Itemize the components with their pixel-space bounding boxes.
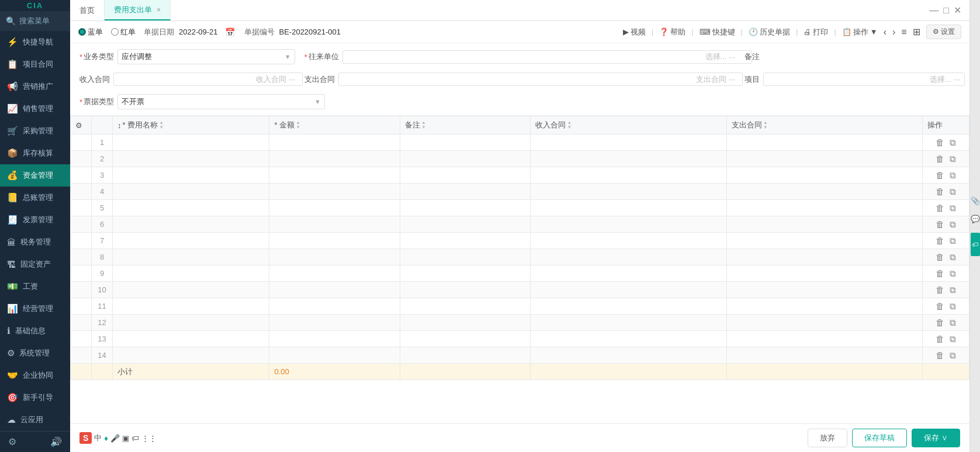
row-expense-name-cell[interactable] bbox=[113, 184, 269, 200]
row-delete-btn[interactable]: 🗑 bbox=[934, 137, 946, 147]
row-amount-cell[interactable] bbox=[269, 134, 400, 151]
row-delete-btn[interactable]: 🗑 bbox=[934, 350, 946, 360]
nav-left-btn[interactable]: ‹ bbox=[884, 27, 886, 37]
view-list-btn[interactable]: ≡ bbox=[901, 27, 906, 37]
view-grid-btn[interactable]: ⊞ bbox=[913, 26, 920, 37]
toolbar-ops-btn[interactable]: 📋 操作 ▼ bbox=[842, 27, 878, 37]
row-copy-btn[interactable]: ⧉ bbox=[948, 350, 958, 361]
th-remark[interactable]: 备注 ▲▼ bbox=[400, 116, 531, 134]
row-expense-name-cell[interactable] bbox=[113, 216, 269, 233]
row-delete-btn[interactable]: 🗑 bbox=[934, 187, 946, 196]
row-amount-cell[interactable] bbox=[269, 167, 400, 184]
row-delete-btn[interactable]: 🗑 bbox=[934, 154, 946, 164]
row-delete-btn[interactable]: 🗑 bbox=[934, 236, 946, 246]
row-amount-cell[interactable] bbox=[269, 282, 400, 298]
row-delete-btn[interactable]: 🗑 bbox=[934, 318, 946, 327]
row-amount-cell[interactable] bbox=[269, 216, 400, 233]
sidebar-item-project-contract[interactable]: 📋 项目合同 bbox=[0, 53, 70, 75]
row-copy-btn[interactable]: ⧉ bbox=[948, 219, 958, 230]
row-delete-btn[interactable]: 🗑 bbox=[934, 285, 946, 295]
sidebar-item-operations[interactable]: 📊 经营管理 bbox=[0, 298, 70, 320]
row-copy-btn[interactable]: ⧉ bbox=[948, 170, 958, 181]
sidebar-item-accounting[interactable]: 📒 总账管理 bbox=[0, 187, 70, 209]
nav-right-btn[interactable]: › bbox=[892, 27, 895, 37]
th-expense-name[interactable]: ↕ * 费用名称 ▲▼ bbox=[113, 116, 269, 134]
toolbar-print-btn[interactable]: 🖨 打印 bbox=[804, 27, 828, 37]
row-income-contract-cell[interactable] bbox=[531, 265, 726, 282]
row-expense-contract-cell[interactable] bbox=[726, 249, 922, 265]
row-delete-btn[interactable]: 🗑 bbox=[934, 301, 946, 311]
row-expense-name-cell[interactable] bbox=[113, 134, 269, 151]
row-income-contract-cell[interactable] bbox=[531, 216, 726, 233]
row-remark-cell[interactable] bbox=[400, 184, 531, 200]
row-copy-btn[interactable]: ⧉ bbox=[948, 285, 958, 295]
row-expense-contract-cell[interactable] bbox=[726, 233, 922, 249]
row-amount-cell[interactable] bbox=[269, 315, 400, 331]
window-close-btn[interactable]: ✕ bbox=[951, 5, 964, 16]
row-expense-contract-cell[interactable] bbox=[726, 282, 922, 298]
sidebar-search[interactable]: 🔍 搜索菜单 bbox=[0, 11, 70, 31]
draft-button[interactable]: 保存草稿 bbox=[852, 429, 907, 447]
row-delete-btn[interactable]: 🗑 bbox=[934, 334, 946, 344]
row-copy-btn[interactable]: ⧉ bbox=[948, 154, 958, 164]
toolbar-shortcuts-btn[interactable]: ⌨ 快捷键 bbox=[699, 27, 735, 37]
sidebar-item-marketing[interactable]: 📢 营销推广 bbox=[0, 75, 70, 98]
row-remark-cell[interactable] bbox=[400, 298, 531, 315]
row-copy-btn[interactable]: ⧉ bbox=[948, 203, 958, 213]
save-button[interactable]: 保存 ∨ bbox=[912, 429, 960, 447]
comment-icon[interactable]: 💬 bbox=[971, 215, 980, 223]
th-amount[interactable]: * 金额 ▲▼ bbox=[269, 116, 400, 134]
row-amount-cell[interactable] bbox=[269, 151, 400, 167]
ticket-type-select[interactable]: 不开票 ▼ bbox=[117, 94, 325, 109]
row-income-contract-cell[interactable] bbox=[531, 233, 726, 249]
row-expense-name-cell[interactable] bbox=[113, 347, 269, 364]
income-contract-dots[interactable]: ··· bbox=[289, 75, 295, 84]
row-amount-cell[interactable] bbox=[269, 298, 400, 315]
row-remark-cell[interactable] bbox=[400, 233, 531, 249]
th-gear[interactable]: ⚙ bbox=[71, 116, 92, 134]
tag-panel-btn[interactable]: 🏷 bbox=[971, 233, 980, 256]
row-income-contract-cell[interactable] bbox=[531, 282, 726, 298]
sidebar-item-invoice[interactable]: 🧾 发票管理 bbox=[0, 209, 70, 231]
row-expense-contract-cell[interactable] bbox=[726, 200, 922, 216]
row-expense-name-cell[interactable] bbox=[113, 315, 269, 331]
settings-bottom-icon[interactable]: ⚙ bbox=[8, 436, 16, 447]
radio-red[interactable]: 红单 bbox=[111, 27, 136, 37]
project-dots[interactable]: ··· bbox=[954, 75, 960, 84]
sidebar-item-newbie[interactable]: 🎯 新手引导 bbox=[0, 387, 70, 409]
sidebar-item-capital[interactable]: 💰 资金管理 bbox=[0, 164, 70, 187]
tab-home[interactable]: 首页 bbox=[70, 0, 105, 20]
sidebar-item-enterprise[interactable]: 🤝 企业协同 bbox=[0, 364, 70, 387]
row-expense-name-cell[interactable] bbox=[113, 200, 269, 216]
row-delete-btn[interactable]: 🗑 bbox=[934, 170, 946, 180]
toolbar-help-btn[interactable]: ❓ 帮助 bbox=[659, 27, 685, 37]
row-copy-btn[interactable]: ⧉ bbox=[948, 334, 958, 344]
row-remark-cell[interactable] bbox=[400, 331, 531, 347]
toolbar-video-btn[interactable]: ▶ 视频 bbox=[623, 27, 646, 37]
row-expense-name-cell[interactable] bbox=[113, 167, 269, 184]
partner-dots[interactable]: ··· bbox=[729, 53, 735, 61]
row-remark-cell[interactable] bbox=[400, 282, 531, 298]
sidebar-item-fixed-assets[interactable]: 🏗 固定资产 bbox=[0, 253, 70, 275]
row-copy-btn[interactable]: ⧉ bbox=[948, 252, 958, 263]
row-delete-btn[interactable]: 🗑 bbox=[934, 219, 946, 229]
row-copy-btn[interactable]: ⧉ bbox=[948, 187, 958, 197]
row-expense-contract-cell[interactable] bbox=[726, 216, 922, 233]
row-expense-contract-cell[interactable] bbox=[726, 184, 922, 200]
partner-input[interactable] bbox=[342, 50, 752, 64]
row-income-contract-cell[interactable] bbox=[531, 184, 726, 200]
row-copy-btn[interactable]: ⧉ bbox=[948, 268, 958, 279]
row-expense-name-cell[interactable] bbox=[113, 298, 269, 315]
sidebar-item-inventory[interactable]: 📦 库存核算 bbox=[0, 142, 70, 164]
row-expense-contract-cell[interactable] bbox=[726, 315, 922, 331]
row-expense-name-cell[interactable] bbox=[113, 233, 269, 249]
row-remark-cell[interactable] bbox=[400, 347, 531, 364]
discard-button[interactable]: 放弃 bbox=[808, 429, 847, 447]
th-expense-contract[interactable]: 支出合同 ▲▼ bbox=[726, 116, 922, 134]
row-remark-cell[interactable] bbox=[400, 265, 531, 282]
row-delete-btn[interactable]: 🗑 bbox=[934, 203, 946, 213]
row-expense-contract-cell[interactable] bbox=[726, 134, 922, 151]
row-expense-contract-cell[interactable] bbox=[726, 265, 922, 282]
th-income-contract[interactable]: 收入合同 ▲▼ bbox=[531, 116, 726, 134]
window-minimize-btn[interactable]: — bbox=[927, 5, 941, 16]
